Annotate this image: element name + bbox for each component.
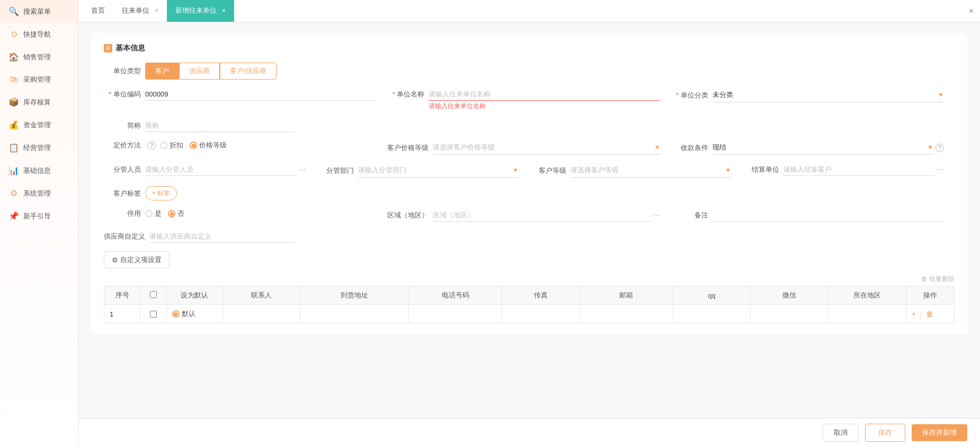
row-delete-icon[interactable]: 🗑: [926, 310, 933, 318]
row-email-input[interactable]: [585, 310, 638, 318]
tab-new-partner-close[interactable]: ×: [222, 7, 226, 14]
supplier-custom-label: 供应商自定义: [104, 232, 145, 241]
name-error-msg: 请输入往来单位名称: [429, 102, 486, 111]
row-default-radio-label[interactable]: 默认: [172, 309, 217, 319]
payment-terms-select[interactable]: 现结 ▼: [712, 141, 933, 155]
add-tag-button[interactable]: + 标签: [145, 186, 177, 200]
batch-delete-label[interactable]: 批量删除: [929, 275, 955, 283]
settle-unit-field: 结算单位 ···: [742, 163, 955, 176]
base-icon: 📊: [8, 165, 19, 176]
guide-icon: 📌: [8, 211, 19, 221]
select-all-checkbox[interactable]: [150, 291, 157, 298]
region-more-btn[interactable]: ···: [653, 211, 660, 220]
row-default-radio[interactable]: [172, 310, 180, 318]
sidebar-item-system[interactable]: ⚙ 系统管理: [0, 182, 78, 205]
tab-partner-list-close[interactable]: ×: [155, 7, 158, 14]
tab-home[interactable]: 首页: [83, 0, 113, 22]
short-name-field: 简称: [104, 119, 305, 132]
pricing-price-level[interactable]: 价格等级: [190, 141, 227, 150]
disable-yes-radio[interactable]: [145, 210, 153, 217]
tab-partner-list[interactable]: 往来单位 ×: [113, 0, 167, 22]
row-address-input[interactable]: [306, 310, 369, 318]
region-field: 区域（地区） ···: [387, 209, 671, 222]
disable-yes[interactable]: 是: [145, 209, 162, 218]
tag-row: 客户标签 + 标签: [104, 186, 955, 200]
custom-settings-button[interactable]: ⚙ 自定义项设置: [104, 251, 170, 268]
btn-supplier[interactable]: 供应商: [179, 63, 220, 80]
sidebar-ops-label: 经营管理: [23, 143, 69, 153]
settle-unit-input[interactable]: [783, 163, 935, 176]
row-checkbox-input[interactable]: [150, 311, 157, 318]
sidebar-item-ops[interactable]: 📋 经营管理: [0, 136, 78, 159]
sidebar-item-search[interactable]: 🔍 搜索菜单: [0, 0, 78, 23]
manager-input[interactable]: [145, 163, 297, 176]
col-checkbox: [140, 286, 166, 305]
contacts-table: 序号 设为默认 联系人 到货地址 电话号码 传真 邮箱 qq 微信 所在地区 操…: [104, 286, 955, 323]
region-label: 区域（地区）: [387, 211, 429, 220]
row-wechat-input[interactable]: [756, 310, 798, 318]
window-close-button[interactable]: ×: [969, 6, 974, 16]
btn-customer[interactable]: 客户: [145, 63, 179, 80]
customer-level-select[interactable]: 请选择客户等级 ▼: [571, 163, 732, 178]
batch-delete-icon: 🗑: [921, 275, 928, 283]
batch-delete-area: 🗑 批量删除: [104, 275, 955, 284]
sidebar-item-purchase[interactable]: 🛍 采购管理: [0, 68, 78, 91]
purchase-icon: 🛍: [8, 75, 19, 84]
pricing-discount[interactable]: 折扣: [160, 141, 183, 150]
pricing-price-level-radio[interactable]: [190, 142, 197, 149]
sidebar-item-guide[interactable]: 📌 新手引导: [0, 205, 78, 227]
tab-new-partner[interactable]: 新增往来单位 ×: [167, 0, 234, 22]
cancel-button[interactable]: 取消: [823, 424, 859, 442]
region-input[interactable]: [433, 209, 651, 222]
name-input[interactable]: [429, 88, 660, 101]
row-default-label: 默认: [182, 309, 195, 319]
sidebar: 🔍 搜索菜单 ⊙ 快捷导航 🏠 销售管理 🛍 采购管理 📦 库存核算 💰 资金管…: [0, 0, 78, 447]
tab-home-label: 首页: [91, 6, 105, 15]
settle-unit-more-btn[interactable]: ···: [937, 165, 944, 174]
disable-label: 停用: [104, 209, 141, 218]
col-qq: qq: [673, 286, 751, 305]
col-contact: 联系人: [222, 286, 300, 305]
sidebar-item-finance[interactable]: 💰 资金管理: [0, 113, 78, 136]
row-qq-input[interactable]: [679, 310, 721, 318]
pricing-discount-radio[interactable]: [160, 142, 167, 149]
dept-placeholder: 请输入分管部门: [358, 165, 406, 175]
ops-icon: 📋: [8, 143, 19, 153]
manager-row: 分管人员 ··· 分管部门 请输入分管部门 ▼ 客户等级 请选择客户等级 ▼: [104, 163, 955, 178]
row-checkbox: [140, 305, 166, 323]
pricing-help-icon[interactable]: ?: [147, 141, 156, 150]
disable-no-radio[interactable]: [168, 210, 175, 217]
sales-icon: 🏠: [8, 52, 19, 62]
note-label: 备注: [671, 211, 708, 220]
row-contact-input[interactable]: [228, 310, 271, 318]
row-phone-input[interactable]: [414, 310, 467, 318]
payment-terms-help-icon[interactable]: ?: [936, 144, 944, 152]
save-new-button[interactable]: 保存并新增: [912, 424, 967, 441]
sidebar-item-base[interactable]: 📊 基础信息: [0, 159, 78, 182]
sidebar-item-sales[interactable]: 🏠 销售管理: [0, 46, 78, 68]
search-icon: 🔍: [8, 6, 19, 16]
short-name-input[interactable]: [145, 119, 295, 132]
save-button[interactable]: 保存: [865, 424, 905, 442]
disable-no[interactable]: 否: [168, 209, 184, 218]
code-input[interactable]: [145, 88, 377, 101]
manager-more-btn[interactable]: ···: [299, 165, 306, 174]
dept-select[interactable]: 请输入分管部门 ▼: [358, 163, 519, 178]
short-name-label: 简称: [104, 121, 141, 130]
customer-price-level-select[interactable]: 请选择客户价格等级 ▼: [433, 141, 660, 155]
sidebar-quicknav-label: 快捷导航: [23, 30, 69, 39]
category-select[interactable]: 未分类 ▼: [712, 88, 944, 102]
row-region-input[interactable]: [834, 310, 876, 318]
supplier-custom-field: 供应商自定义: [104, 230, 305, 243]
note-input[interactable]: [712, 209, 944, 222]
name-label: 单位名称: [387, 90, 424, 99]
sidebar-item-inventory[interactable]: 📦 库存核算: [0, 91, 78, 113]
row-add-icon[interactable]: +: [912, 310, 916, 318]
row-fax-input[interactable]: [507, 310, 550, 318]
sidebar-item-quick-nav[interactable]: ⊙ 快捷导航: [0, 23, 78, 46]
main-area: 首页 往来单位 × 新增往来单位 × × F 基本信息 单位类型 客户: [78, 0, 980, 447]
btn-both[interactable]: 客户/供应商: [220, 63, 277, 80]
customer-level-chevron: ▼: [725, 166, 732, 174]
supplier-custom-input[interactable]: [149, 230, 295, 243]
unit-type-row: 单位类型 客户 供应商 客户/供应商: [104, 63, 955, 80]
